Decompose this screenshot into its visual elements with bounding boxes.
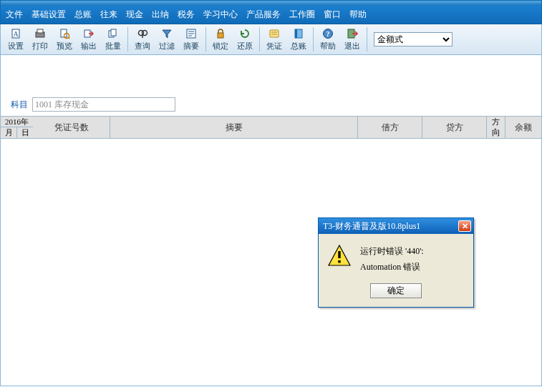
toolbar-export-button[interactable]: 输出 bbox=[77, 26, 101, 53]
warning-icon bbox=[327, 244, 352, 275]
dialog-buttons: 确定 bbox=[319, 279, 473, 307]
toolbar-print-label: 打印 bbox=[32, 41, 48, 52]
dialog-titlebar[interactable]: T3-财务通普及版10.8plus1 ✕ bbox=[319, 218, 473, 234]
svg-point-11 bbox=[142, 31, 147, 36]
col-debit: 借方 bbox=[358, 117, 422, 138]
toolbar-restore-button[interactable]: 还原 bbox=[233, 26, 257, 53]
svg-rect-22 bbox=[295, 29, 297, 38]
toolbar-separator bbox=[205, 27, 206, 52]
toolbar-filter-label: 过滤 bbox=[159, 41, 175, 52]
menu-general-ledger[interactable]: 总账 bbox=[72, 7, 94, 22]
menu-workspace[interactable]: 工作圈 bbox=[287, 7, 317, 22]
toolbar-restore-label: 还原 bbox=[237, 41, 253, 52]
svg-text:?: ? bbox=[326, 30, 330, 38]
svg-rect-18 bbox=[270, 30, 279, 37]
toolbar-filter-button[interactable]: 过滤 bbox=[155, 26, 179, 53]
batch-icon bbox=[107, 27, 119, 40]
toolbar-format-dropdown[interactable]: 金额式 bbox=[374, 32, 453, 46]
subject-label: 科目 bbox=[11, 99, 28, 111]
svg-line-6 bbox=[68, 37, 69, 39]
menu-cash[interactable]: 现金 bbox=[124, 7, 145, 22]
toolbar-exit-button[interactable]: 退出 bbox=[340, 26, 364, 53]
toolbar-batch-label: 批量 bbox=[105, 41, 121, 52]
restore-icon bbox=[239, 27, 251, 40]
lock-icon bbox=[215, 27, 226, 40]
col-direction: 方 向 bbox=[487, 117, 505, 138]
ledger-icon bbox=[293, 27, 304, 40]
error-dialog: T3-财务通普及版10.8plus1 ✕ 运行时错误 '440': Automa… bbox=[318, 217, 474, 308]
menu-products[interactable]: 产品服务 bbox=[244, 7, 283, 22]
svg-rect-17 bbox=[218, 33, 223, 38]
preview-icon bbox=[59, 27, 70, 40]
col-month: 月 bbox=[1, 127, 17, 138]
dialog-close-button[interactable]: ✕ bbox=[458, 220, 471, 232]
toolbar: A设置打印预览输出批量查询过滤摘要锁定还原凭证总账?帮助退出金额式 bbox=[0, 24, 542, 55]
settings-icon: A bbox=[10, 27, 21, 40]
menu-tax[interactable]: 税务 bbox=[175, 7, 197, 22]
toolbar-preview-button[interactable]: 预览 bbox=[52, 26, 77, 53]
menu-help[interactable]: 帮助 bbox=[347, 7, 369, 22]
toolbar-format-dropdown-wrap: 金额式 bbox=[374, 32, 453, 46]
svg-rect-27 bbox=[338, 251, 340, 258]
toolbar-voucher-label: 凭证 bbox=[266, 41, 282, 52]
toolbar-preview-label: 预览 bbox=[57, 41, 72, 52]
toolbar-help-label: 帮助 bbox=[320, 41, 336, 52]
print-icon bbox=[34, 27, 46, 40]
toolbar-separator bbox=[367, 27, 367, 52]
col-date-group: 2016年 月 日 bbox=[0, 117, 33, 138]
close-icon: ✕ bbox=[462, 222, 468, 231]
toolbar-lock-button[interactable]: 锁定 bbox=[208, 26, 233, 53]
subject-row: 科目 bbox=[11, 97, 175, 112]
col-balance: 余额 bbox=[505, 117, 542, 138]
dialog-line2: Automation 错误 bbox=[360, 260, 424, 275]
toolbar-exit-label: 退出 bbox=[344, 41, 360, 52]
menu-learning[interactable]: 学习中心 bbox=[201, 7, 240, 22]
menubar: 文件 基础设置 总账 往来 现金 出纳 税务 学习中心 产品服务 工作圈 窗口 … bbox=[0, 6, 542, 24]
toolbar-settings-label: 设置 bbox=[8, 41, 24, 52]
col-summary: 摘要 bbox=[110, 117, 358, 138]
toolbar-summary-button[interactable]: 摘要 bbox=[179, 26, 203, 53]
menu-arap[interactable]: 往来 bbox=[98, 7, 120, 22]
subheader-area: 科目 bbox=[0, 55, 542, 116]
help-icon: ? bbox=[322, 27, 334, 40]
menu-window[interactable]: 窗口 bbox=[321, 7, 343, 22]
toolbar-print-button[interactable]: 打印 bbox=[28, 26, 52, 53]
col-credit: 贷方 bbox=[422, 117, 487, 138]
toolbar-ledger-label: 总账 bbox=[291, 41, 306, 52]
toolbar-ledger-button[interactable]: 总账 bbox=[286, 26, 311, 53]
dialog-line1: 运行时错误 '440': bbox=[360, 244, 424, 260]
subject-select[interactable] bbox=[32, 97, 175, 112]
toolbar-separator bbox=[313, 27, 314, 52]
toolbar-settings-button[interactable]: A设置 bbox=[4, 26, 28, 53]
col-day: 日 bbox=[17, 127, 33, 138]
menu-file[interactable]: 文件 bbox=[4, 7, 25, 22]
toolbar-query-button[interactable]: 查询 bbox=[130, 26, 155, 53]
query-icon bbox=[137, 27, 148, 40]
toolbar-lock-label: 锁定 bbox=[213, 41, 228, 52]
toolbar-batch-button[interactable]: 批量 bbox=[101, 26, 125, 53]
toolbar-export-label: 输出 bbox=[81, 41, 97, 52]
dialog-body: 运行时错误 '440': Automation 错误 bbox=[319, 234, 473, 279]
menu-cashier[interactable]: 出纳 bbox=[150, 7, 171, 22]
toolbar-voucher-button[interactable]: 凭证 bbox=[262, 26, 286, 53]
voucher-icon bbox=[268, 27, 280, 40]
menu-basic-settings[interactable]: 基础设置 bbox=[29, 7, 68, 22]
toolbar-summary-label: 摘要 bbox=[183, 41, 199, 52]
export-icon bbox=[83, 27, 95, 40]
toolbar-separator bbox=[127, 27, 128, 52]
svg-rect-28 bbox=[338, 260, 340, 263]
svg-rect-9 bbox=[111, 29, 116, 36]
svg-text:A: A bbox=[13, 30, 19, 38]
toolbar-separator bbox=[259, 27, 260, 52]
col-year: 2016年 bbox=[1, 117, 33, 127]
filter-icon bbox=[161, 27, 173, 40]
dialog-title-text: T3-财务通普及版10.8plus1 bbox=[323, 220, 420, 232]
col-voucher: 凭证号数 bbox=[33, 117, 110, 138]
dialog-ok-button[interactable]: 确定 bbox=[370, 283, 422, 298]
exit-icon bbox=[347, 27, 358, 40]
svg-rect-3 bbox=[37, 29, 43, 33]
grid-header: 2016年 月 日 凭证号数 摘要 借方 贷方 方 向 余额 bbox=[0, 116, 542, 139]
summary-icon bbox=[185, 27, 197, 40]
toolbar-help-button[interactable]: ?帮助 bbox=[316, 26, 340, 53]
window-titlebar-gradient bbox=[0, 0, 542, 6]
